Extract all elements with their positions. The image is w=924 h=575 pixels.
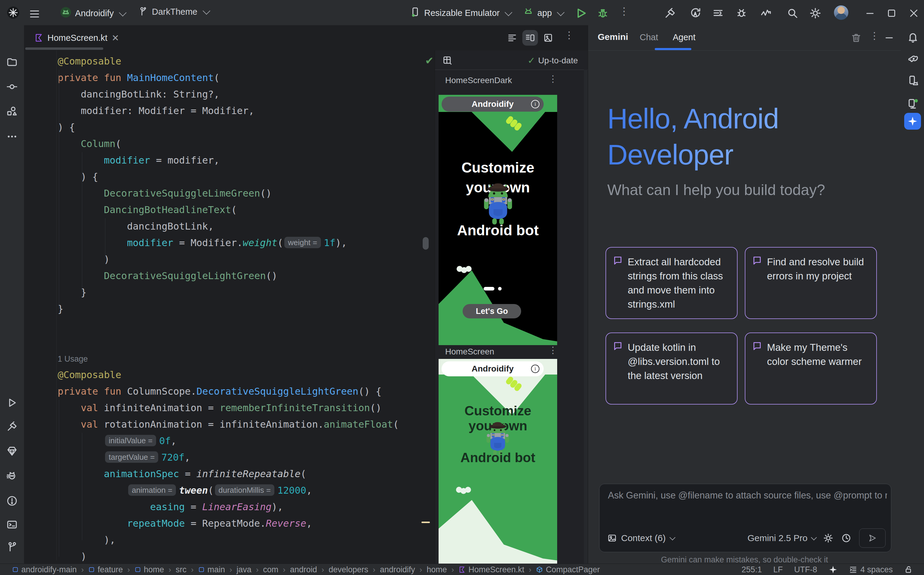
problems-tool-icon[interactable] [6,495,18,507]
close-button[interactable] [908,8,919,20]
vcs-branch-selector[interactable]: DarkTheme [138,6,208,17]
code-line[interactable]: ) { [24,119,435,136]
settings-gear-icon[interactable] [809,7,821,21]
breadcrumb-item[interactable]: src [176,565,186,574]
tab-scrollbar[interactable] [25,48,103,50]
debug-button[interactable] [597,7,609,21]
preview-scrollbar[interactable] [584,70,587,564]
gemini-tool-icon[interactable] [904,113,921,130]
tab-chat[interactable]: Chat [640,32,658,42]
app-inspection-button[interactable] [735,7,747,21]
device-manager-icon[interactable] [907,75,918,86]
editor-scrollbar[interactable] [423,237,429,250]
code-line[interactable]: @Composable [24,367,435,383]
commit-tool-icon[interactable] [6,81,18,92]
run-button[interactable] [575,7,587,21]
code-line[interactable]: DecorativeSquiggleLimeGreen() [24,185,435,202]
sync-button[interactable] [689,7,701,21]
search-icon[interactable] [787,7,798,21]
inspections-ok-icon[interactable]: ✔ [425,55,434,67]
device-selector[interactable]: Resizable Emulator [410,6,511,19]
more-actions-icon[interactable]: ⋮ [619,9,629,13]
code-line[interactable]: ) [24,548,435,564]
code-line[interactable] [24,317,435,334]
gemini-suggestion-card[interactable]: Make my Theme's color scheme warmer [745,332,877,405]
layout-grid-icon[interactable] [442,55,452,65]
tab-homescreen-kt[interactable]: HomeScreen.kt ✕ [31,25,122,51]
line-separator[interactable]: LF [773,565,783,574]
code-line[interactable]: ) [24,251,435,268]
tab-close-icon[interactable]: ✕ [112,33,119,43]
code-line[interactable]: } [24,301,435,317]
avatar[interactable] [834,5,848,20]
editor-more-icon[interactable]: ⋮ [565,33,574,37]
view-design-button[interactable] [540,30,556,46]
build-button[interactable] [664,7,676,21]
code-line[interactable]: @Composable [24,53,435,70]
main-menu-icon[interactable] [30,8,39,19]
gemini-more-icon[interactable]: ⋮ [870,33,879,38]
breadcrumb-item[interactable]: main [198,565,225,574]
preview-more-icon[interactable]: ⋮ [549,348,557,352]
profiler-button[interactable] [760,7,772,21]
gemini-settings-icon[interactable] [823,533,833,543]
code-line[interactable]: } [24,284,435,301]
code-line[interactable] [24,334,435,350]
breadcrumb-item[interactable]: HomeScreen.kt [458,565,524,574]
lock-icon[interactable] [904,565,913,574]
code-line[interactable]: Column( [24,136,435,152]
code-editor[interactable]: @Composableprivate fun MainHomeContent(d… [24,51,435,564]
lets-go-button[interactable]: Let's Go [463,304,521,318]
terminal-tool-icon[interactable] [6,519,18,530]
view-split-button[interactable] [522,30,538,46]
app-quality-insights-icon[interactable] [6,445,18,457]
code-line[interactable]: animation =tween(durationMillis =12000, [24,482,435,499]
notifications-bell-icon[interactable] [907,31,918,43]
resource-manager-icon[interactable] [6,106,18,117]
code-line[interactable]: dancingBotLink, [24,218,435,235]
breadcrumb-item[interactable]: developers [329,565,368,574]
breadcrumb-item[interactable]: androidify-main [12,565,77,574]
breadcrumb-item[interactable]: home [426,565,447,574]
delete-conversation-icon[interactable] [851,32,862,44]
gemini-suggestion-card[interactable]: Update kotlin in @libs.version.toml to t… [606,332,738,405]
minimize-button[interactable] [865,8,875,20]
code-line[interactable]: private fun ColumnScope.DecorativeSquigg… [24,383,435,400]
project-tool-icon[interactable] [6,56,18,68]
code-line[interactable]: ), [24,532,435,548]
breadcrumb-item[interactable]: home [135,565,164,574]
spark-icon[interactable] [829,565,838,574]
code-line[interactable]: val infiniteAnimation = rememberInfinite… [24,400,435,416]
code-line[interactable]: dancingBotLink: String?, [24,86,435,103]
view-code-button[interactable] [504,30,520,46]
history-clock-icon[interactable] [841,533,851,543]
project-selector[interactable]: Androidify [60,6,124,20]
encoding[interactable]: UTF-8 [794,565,817,574]
tab-agent[interactable]: Agent [673,32,695,42]
info-icon[interactable]: i [531,100,539,108]
gemini-suggestion-card[interactable]: Extract all hardcoded strings from this … [606,247,738,319]
code-line[interactable]: val rotationAnimation = infiniteAnimatio… [24,416,435,433]
run-tool-icon[interactable] [6,397,18,408]
breadcrumb-item[interactable]: CompactPager [536,565,600,574]
breadcrumb-item[interactable]: com [263,565,278,574]
running-devices-icon[interactable] [907,97,918,109]
indent-setting[interactable]: 4 spaces [849,565,893,574]
model-dropdown[interactable]: Gemini 2.5 Pro [747,533,815,543]
code-line[interactable]: private fun MainHomeContent( [24,70,435,86]
preview-homescreendark[interactable]: Androidify i Customize your own [439,95,557,345]
code-line[interactable]: DancingBotHeadlineText( [24,202,435,218]
code-line[interactable]: modifier = modifier, [24,152,435,168]
code-line[interactable]: modifier: Modifier = Modifier, [24,103,435,119]
code-line[interactable]: ) { [24,168,435,185]
version-control-tool-icon[interactable] [6,542,18,553]
maximize-button[interactable] [886,8,897,20]
caret-position[interactable]: 255:1 [741,565,762,574]
code-line[interactable]: easing = LinearEasing), [24,499,435,515]
gemini-suggestion-card[interactable]: Find and resolve build errors in my proj… [745,247,877,319]
gemini-input[interactable]: Ask Gemini, use @filename to attach sour… [599,484,891,552]
context-dropdown[interactable]: Context (6) [607,533,674,543]
code-line[interactable]: 1 Usage [24,350,435,367]
breadcrumb-item[interactable]: androidify [380,565,415,574]
code-line[interactable]: targetValue =720f, [24,449,435,466]
